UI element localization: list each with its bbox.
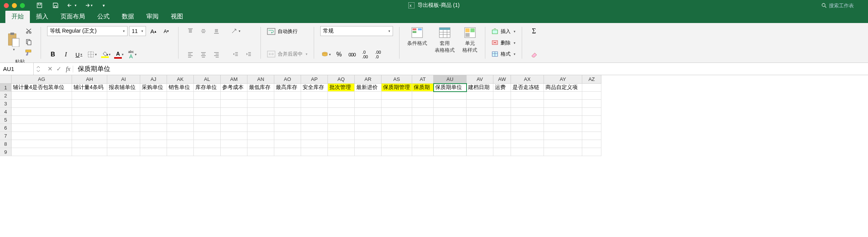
cell[interactable]: [274, 148, 301, 156]
row-header[interactable]: 4: [0, 108, 11, 116]
spreadsheet-grid[interactable]: 123456789 AGAHAIAJAKALAMANAOAPAQARASATAU…: [0, 75, 868, 156]
cell[interactable]: [247, 124, 274, 132]
cell[interactable]: [434, 116, 467, 124]
percent-button[interactable]: %: [333, 49, 345, 59]
cell[interactable]: 辅计量4条码: [72, 84, 107, 92]
col-header[interactable]: AM: [221, 75, 247, 84]
col-header[interactable]: AN: [247, 75, 274, 84]
cell[interactable]: [221, 140, 247, 148]
enter-formula-button[interactable]: ✓: [56, 65, 61, 72]
cell[interactable]: [221, 148, 247, 156]
cell[interactable]: [11, 92, 72, 100]
cell[interactable]: [355, 148, 382, 156]
font-name-combo[interactable]: 等线 Regular (正文)▾: [47, 26, 128, 36]
cell[interactable]: [582, 100, 601, 108]
cell[interactable]: [544, 124, 582, 132]
autosum-button[interactable]: Σ: [528, 26, 540, 36]
cell[interactable]: [328, 92, 355, 100]
col-header[interactable]: AI: [107, 75, 140, 84]
cell[interactable]: [412, 100, 434, 108]
cell[interactable]: [355, 116, 382, 124]
cell[interactable]: [167, 92, 194, 100]
cell[interactable]: [301, 116, 328, 124]
cell[interactable]: 商品自定义项: [544, 84, 582, 92]
cell[interactable]: [467, 108, 493, 116]
cell[interactable]: [412, 132, 434, 140]
cell[interactable]: [107, 148, 140, 156]
clear-button[interactable]: [528, 49, 540, 59]
comma-button[interactable]: 000: [346, 49, 358, 59]
cell[interactable]: [140, 132, 167, 140]
qat-customize-icon[interactable]: ▾: [98, 0, 109, 11]
align-bottom-button[interactable]: [211, 26, 222, 36]
cell[interactable]: [221, 116, 247, 124]
cell[interactable]: [467, 148, 493, 156]
cell[interactable]: 安全库存: [301, 84, 328, 92]
cell[interactable]: 是否走冻链: [511, 84, 544, 92]
cell[interactable]: [194, 124, 221, 132]
cell[interactable]: [355, 92, 382, 100]
col-header[interactable]: AL: [194, 75, 221, 84]
select-all-corner[interactable]: [0, 75, 11, 84]
orientation-button[interactable]: ▾: [230, 26, 241, 36]
cell[interactable]: [467, 116, 493, 124]
cell[interactable]: [72, 108, 107, 116]
col-header[interactable]: AK: [167, 75, 194, 84]
redo-icon[interactable]: ▾: [82, 0, 93, 11]
cell[interactable]: [107, 100, 140, 108]
col-header[interactable]: AO: [274, 75, 301, 84]
cell[interactable]: [274, 100, 301, 108]
cell[interactable]: 最新进价: [355, 84, 382, 92]
cell[interactable]: [11, 124, 72, 132]
cell[interactable]: [412, 140, 434, 148]
cell[interactable]: 运费: [493, 84, 511, 92]
cell[interactable]: [412, 148, 434, 156]
row-header[interactable]: 8: [0, 140, 11, 148]
cell[interactable]: [493, 140, 511, 148]
cell[interactable]: [167, 132, 194, 140]
cell[interactable]: [72, 116, 107, 124]
cell[interactable]: [493, 100, 511, 108]
fill-color-button[interactable]: ▾: [99, 49, 111, 59]
borders-button[interactable]: ▾: [86, 49, 98, 59]
cell[interactable]: [194, 92, 221, 100]
cell[interactable]: [194, 108, 221, 116]
cell[interactable]: [412, 108, 434, 116]
col-header[interactable]: AG: [11, 75, 72, 84]
cell[interactable]: [140, 108, 167, 116]
cell[interactable]: [301, 124, 328, 132]
close-icon[interactable]: [4, 3, 9, 8]
cell[interactable]: [301, 148, 328, 156]
cell[interactable]: [511, 132, 544, 140]
cell[interactable]: [274, 124, 301, 132]
cell-styles-button[interactable]: 单元 格样式: [461, 26, 479, 54]
cell[interactable]: [582, 84, 601, 92]
cell[interactable]: [194, 116, 221, 124]
cell[interactable]: [544, 132, 582, 140]
cell[interactable]: [167, 100, 194, 108]
cell[interactable]: 辅计量4是否包装单位: [11, 84, 72, 92]
cell[interactable]: [412, 124, 434, 132]
save-icon[interactable]: [50, 0, 61, 11]
col-header[interactable]: AS: [382, 75, 412, 84]
underline-button[interactable]: U▾: [73, 49, 85, 59]
number-format-combo[interactable]: 常规▾: [320, 26, 393, 36]
tab-公式[interactable]: 公式: [91, 10, 116, 23]
cell[interactable]: [511, 116, 544, 124]
cell[interactable]: [107, 92, 140, 100]
cell[interactable]: [511, 140, 544, 148]
cell[interactable]: [544, 92, 582, 100]
cell[interactable]: [493, 116, 511, 124]
cell[interactable]: [72, 140, 107, 148]
cell[interactable]: [194, 132, 221, 140]
cell[interactable]: [167, 140, 194, 148]
tab-数据[interactable]: 数据: [116, 10, 140, 23]
cell[interactable]: [140, 92, 167, 100]
cell[interactable]: [11, 148, 72, 156]
cell[interactable]: [140, 148, 167, 156]
conditional-format-button[interactable]: 条件格式: [406, 26, 429, 48]
cell[interactable]: [467, 100, 493, 108]
col-header[interactable]: AV: [467, 75, 493, 84]
cell[interactable]: [107, 108, 140, 116]
cell[interactable]: [582, 116, 601, 124]
